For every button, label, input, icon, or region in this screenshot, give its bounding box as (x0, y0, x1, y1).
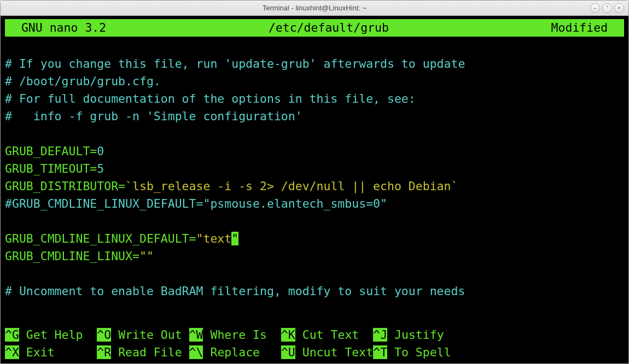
shortcut-key: ^G (5, 328, 19, 342)
comment-line: # Uncomment to enable BadRAM filtering, … (5, 284, 465, 298)
editor-content[interactable]: # If you change this file, run 'update-g… (5, 38, 624, 300)
shortcut-key: ^R (97, 345, 111, 359)
shortcut-label: To Spell (387, 345, 451, 359)
cursor: " (231, 232, 238, 245)
shortcut-label: Replace (203, 345, 281, 359)
nano-version: GNU nano 3.2 (21, 21, 106, 34)
config-key: GRUB_DISTRIBUTOR= (5, 179, 125, 193)
config-key: GRUB_DEFAULT= (5, 144, 97, 158)
shortcut-key: ^\ (189, 345, 203, 359)
shortcut-label: Cut Text (295, 328, 373, 342)
window-title: Terminal - linuxhint@LinuxHint: ~ (263, 4, 367, 12)
shortcut-key: ^K (281, 328, 295, 342)
window-controls: – ˄ × (590, 3, 624, 13)
shortcut-label: Exit (19, 345, 97, 359)
terminal-window: Terminal - linuxhint@LinuxHint: ~ – ˄ × … (0, 0, 629, 364)
config-value: 5 (97, 162, 104, 175)
shortcut-label: Uncut Text (295, 345, 373, 359)
shortcut-key: ^U (281, 345, 295, 359)
comment-line: # /boot/grub/grub.cfg. (5, 74, 161, 88)
config-value: "" (139, 249, 154, 263)
shortcut-label: Where Is (203, 328, 281, 342)
nano-filename: /etc/default/grub (269, 19, 389, 37)
shortcut-label: Write Out (111, 328, 189, 342)
nano-status: Modified (551, 21, 608, 34)
shortcut-key: ^W (189, 328, 203, 342)
config-value: "text (196, 232, 232, 245)
comment-line: # For full documentation of the options … (5, 92, 416, 105)
maximize-button[interactable]: ˄ (602, 3, 612, 13)
comment-line: # If you change this file, run 'update-g… (5, 57, 465, 71)
shortcut-key: ^T (373, 345, 387, 359)
terminal-area[interactable]: GNU nano 3.2 /etc/default/grub Modified … (1, 16, 628, 363)
shortcut-label: Read File (111, 345, 189, 359)
comment-line: # info -f grub -n 'Simple configuration' (5, 109, 302, 123)
config-key: GRUB_TIMEOUT= (5, 162, 97, 175)
close-button[interactable]: × (614, 3, 624, 13)
shortcut-key: ^J (373, 328, 387, 342)
config-key: GRUB_CMDLINE_LINUX_DEFAULT= (5, 232, 196, 245)
shortcut-label: Get Help (19, 328, 97, 342)
config-value: `lsb_release -i -s 2> /dev/null || echo … (125, 179, 458, 193)
nano-shortcuts: ^G Get Help ^O Write Out ^W Where Is ^K … (5, 326, 624, 361)
shortcut-key: ^O (97, 328, 111, 342)
nano-header: GNU nano 3.2 /etc/default/grub Modified (5, 19, 624, 37)
config-key: GRUB_CMDLINE_LINUX= (5, 249, 139, 263)
minimize-button[interactable]: – (590, 3, 600, 13)
config-value: 0 (97, 144, 104, 158)
comment-line: #GRUB_CMDLINE_LINUX_DEFAULT="psmouse.ela… (5, 197, 387, 210)
window-titlebar[interactable]: Terminal - linuxhint@LinuxHint: ~ – ˄ × (1, 1, 628, 16)
shortcut-label: Justify (387, 328, 444, 342)
shortcut-key: ^X (5, 345, 19, 359)
